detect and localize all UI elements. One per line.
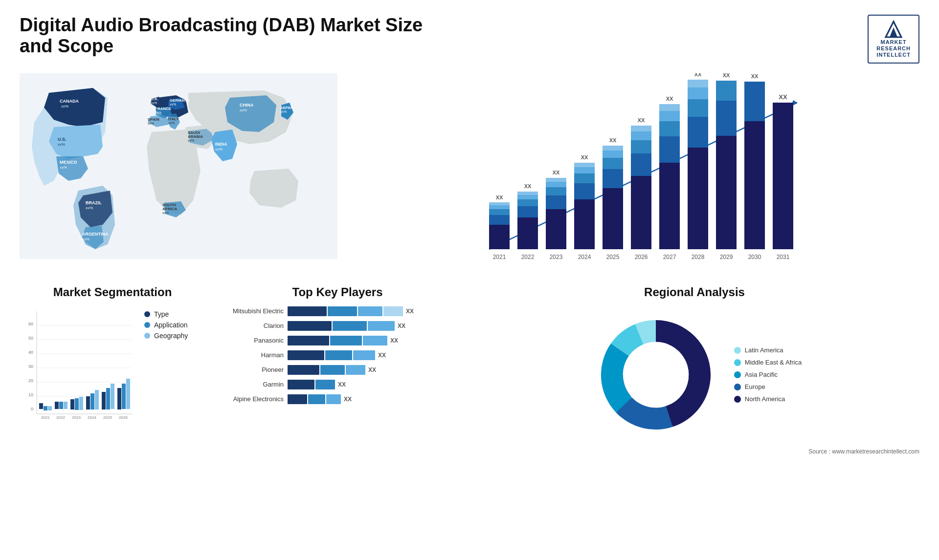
- svg-rect-89: [688, 87, 708, 99]
- svg-text:XX: XX: [581, 154, 588, 160]
- svg-rect-73: [631, 153, 651, 176]
- asia-pacific-dot: [734, 371, 741, 378]
- bar-segment: [288, 365, 319, 375]
- segmentation-section: Market Segmentation 0 10 20 30 40 50 60: [20, 285, 205, 455]
- page-title: Digital Audio Broadcasting (DAB) Market …: [20, 15, 460, 57]
- bar-segment: [353, 350, 375, 360]
- svg-rect-141: [122, 384, 126, 409]
- svg-rect-125: [59, 402, 63, 409]
- svg-rect-102: [773, 103, 793, 249]
- bar-segment: [328, 306, 357, 316]
- player-bars: XX: [288, 394, 460, 404]
- player-bars: XX: [288, 380, 460, 389]
- svg-text:XX: XX: [723, 73, 730, 78]
- svg-text:2022: 2022: [521, 254, 535, 260]
- svg-rect-120: [39, 403, 43, 409]
- legend-geography: Geography: [144, 332, 188, 340]
- player-name: Alpine Electronics: [215, 395, 284, 403]
- bar-segment: [330, 336, 362, 345]
- svg-rect-51: [546, 209, 566, 249]
- logo-icon: [881, 20, 906, 39]
- legend-application: Application: [144, 321, 188, 329]
- page-header: Digital Audio Broadcasting (DAB) Market …: [20, 15, 919, 64]
- svg-text:2022: 2022: [56, 415, 65, 420]
- svg-rect-79: [659, 163, 680, 249]
- segmentation-legend: Type Application Geography: [144, 310, 188, 340]
- svg-rect-132: [86, 396, 90, 409]
- bottom-section: Market Segmentation 0 10 20 30 40 50 60: [20, 285, 919, 455]
- world-map: CANADA xx% U.S. xx% MEXICO xx% BRAZIL xx…: [20, 73, 337, 259]
- svg-text:xx%: xx%: [162, 211, 169, 215]
- svg-text:2023: 2023: [72, 415, 81, 420]
- svg-rect-76: [631, 126, 651, 131]
- key-players-title: Top Key Players: [215, 285, 460, 299]
- svg-rect-59: [574, 183, 595, 199]
- svg-rect-88: [688, 99, 708, 117]
- svg-text:2030: 2030: [748, 254, 761, 260]
- growth-chart-area: XX 2021 XX 2022 XX 2023 XX 20: [352, 73, 919, 271]
- svg-text:2025: 2025: [103, 415, 112, 420]
- segmentation-title: Market Segmentation: [20, 285, 205, 299]
- player-bars: XX: [288, 306, 460, 316]
- svg-rect-128: [70, 399, 74, 409]
- legend-middle-east-africa: Middle East & Africa: [734, 359, 802, 366]
- svg-text:FRANCE: FRANCE: [155, 107, 172, 111]
- map-svg: CANADA xx% U.S. xx% MEXICO xx% BRAZIL xx…: [20, 73, 337, 259]
- svg-rect-46: [517, 199, 538, 206]
- bar-segment: [358, 306, 382, 316]
- bar-segment: [288, 321, 332, 331]
- svg-text:2025: 2025: [606, 254, 620, 260]
- svg-rect-136: [102, 392, 106, 409]
- key-players-section: Top Key Players Mitsubishi Electric XX C…: [215, 285, 460, 455]
- svg-text:50: 50: [28, 336, 33, 341]
- map-area: CANADA xx% U.S. xx% MEXICO xx% BRAZIL xx…: [20, 73, 337, 271]
- svg-rect-69: [603, 146, 623, 151]
- svg-rect-142: [126, 379, 130, 409]
- logo-text: MARKET RESEARCH INTELLECT: [876, 39, 911, 59]
- svg-rect-80: [659, 136, 680, 163]
- segmentation-chart-svg: 0 10 20 30 40 50 60 2021: [20, 306, 137, 433]
- svg-text:xx%: xx%: [61, 104, 68, 108]
- player-bars: XX: [288, 365, 460, 375]
- svg-rect-45: [517, 206, 538, 217]
- svg-text:2029: 2029: [720, 254, 733, 260]
- svg-rect-98: [744, 121, 765, 249]
- svg-text:2024: 2024: [578, 254, 591, 260]
- svg-rect-126: [64, 402, 67, 409]
- svg-text:xx%: xx%: [148, 122, 154, 125]
- svg-rect-37: [489, 225, 510, 249]
- regional-legend: Latin America Middle East & Africa Asia …: [734, 346, 802, 403]
- svg-rect-81: [659, 121, 680, 136]
- svg-text:xx%: xx%: [280, 110, 287, 113]
- bar-segment: [320, 365, 345, 375]
- bar-segment: [288, 336, 329, 345]
- svg-text:60: 60: [28, 322, 33, 326]
- svg-rect-93: [716, 136, 737, 249]
- main-bar-chart-svg: XX 2021 XX 2022 XX 2023 XX 20: [352, 73, 919, 269]
- svg-text:xx%: xx%: [60, 165, 67, 170]
- svg-rect-44: [517, 217, 538, 249]
- svg-rect-40: [489, 205, 510, 209]
- svg-text:INDIA: INDIA: [215, 142, 227, 147]
- svg-rect-138: [111, 384, 114, 409]
- player-row-garmin: Garmin XX: [215, 380, 460, 389]
- bar-segment: [308, 394, 325, 404]
- player-name: Garmin: [215, 381, 284, 388]
- svg-rect-58: [574, 199, 595, 249]
- legend-type: Type: [144, 310, 188, 318]
- svg-rect-38: [489, 215, 510, 225]
- svg-text:XX: XX: [779, 93, 787, 101]
- bar-segment: [288, 380, 314, 389]
- legend-north-america: North America: [734, 395, 802, 403]
- player-row-mitsubishi: Mitsubishi Electric XX: [215, 306, 460, 316]
- svg-rect-39: [489, 209, 510, 215]
- svg-point-144: [623, 342, 689, 407]
- svg-text:CHINA: CHINA: [240, 103, 254, 108]
- svg-text:xx%: xx%: [215, 147, 223, 151]
- player-name: Clarion: [215, 322, 284, 329]
- svg-text:xx%: xx%: [155, 111, 161, 114]
- legend-europe: Europe: [734, 383, 802, 390]
- legend-latin-america: Latin America: [734, 346, 802, 354]
- bar-segment: [363, 336, 387, 345]
- svg-rect-67: [603, 158, 623, 169]
